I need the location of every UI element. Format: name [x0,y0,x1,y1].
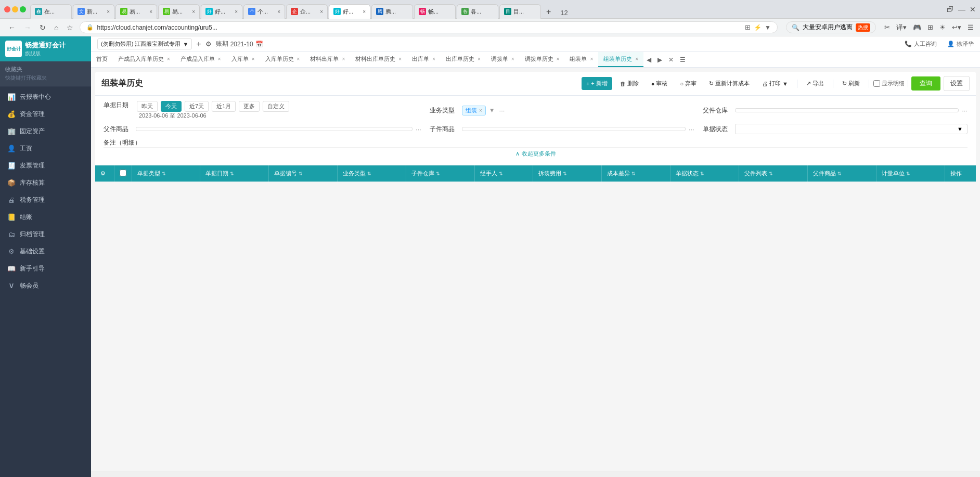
show-detail-checkbox[interactable] [873,80,880,87]
period-selector[interactable]: 账期 2021-10 📅 [216,40,263,48]
bottom-scrollbar[interactable] [91,471,980,477]
settings-button[interactable]: 设置 [944,76,970,91]
menu-icon[interactable]: ☰ [968,23,974,31]
undo-icon[interactable]: ↩▾ [952,23,961,31]
browser-tab-4[interactable]: 好 好... × [201,4,242,19]
tab-close-3[interactable]: × [192,9,195,15]
sidebar-favorites[interactable]: 收藏夹 快捷键打开收藏夹 [0,61,91,86]
child-goods-dots[interactable]: ··· [689,125,694,133]
browser-tab-0[interactable]: 在 在... [30,4,72,19]
page-tab-in[interactable]: 入库单 × [226,52,260,67]
tab-close-7[interactable]: × [363,9,366,15]
sidebar-item-inventory[interactable]: 📦 库存核算 [0,174,91,191]
page-tab-assembly-history[interactable]: 组装单历史 × [598,52,643,67]
th-checkbox[interactable] [114,165,132,182]
date-btn-yesterday[interactable]: 昨天 [137,101,158,112]
minimize-icon[interactable]: — [958,5,965,14]
tab-close-5[interactable]: × [277,9,280,15]
tab-close-produce-in[interactable]: × [218,56,221,62]
recalculate-button[interactable]: ↻ 重新计算成本 [704,77,754,90]
page-tab-produce-in-history[interactable]: 产成品入库单历史 × [113,52,175,67]
date-btn-custom[interactable]: 自定义 [263,101,289,112]
page-tab-assembly[interactable]: 组装单 × [564,52,598,67]
tab-prev-btn[interactable]: ◀ [643,54,654,66]
date-btn-7days[interactable]: 近7天 [185,101,209,112]
page-tab-out-history[interactable]: 出库单历史 × [441,52,486,67]
tab-close-material-out[interactable]: × [342,56,345,62]
th-bill-no[interactable]: 单据编号 ⇅ [269,165,338,182]
th-cost-diff[interactable]: 成本差异 ⇅ [602,165,670,182]
business-type-dots[interactable]: ··· [499,107,505,114]
sidebar-item-guide[interactable]: 📖 新手引导 [0,260,91,277]
forward-button[interactable]: → [22,22,33,33]
date-btn-1month[interactable]: 近1月 [212,101,236,112]
tab-close-6[interactable]: × [320,9,323,15]
page-tab-in-history[interactable]: 入库单历史 × [260,52,305,67]
tab-close-transfer[interactable]: × [511,56,514,62]
tab-next-btn[interactable]: ▶ [654,54,665,66]
close-icon[interactable]: ✕ [970,5,976,14]
collapse-more-btn[interactable]: ∧ 收起更多条件 [104,147,968,160]
scissors-icon[interactable]: ✂ [884,23,890,31]
reload-button[interactable]: ↻ [37,22,48,33]
tab-close-1[interactable]: × [107,9,110,15]
abandon-button[interactable]: ○ 弃审 [675,77,701,90]
sidebar-item-member[interactable]: V 畅会员 [0,277,91,294]
tab-close-out-history[interactable]: × [478,56,481,62]
tab-close-all-btn[interactable]: ✕ [665,54,677,66]
th-business-type[interactable]: 业务类型 ⇅ [337,165,406,182]
page-tab-material-out-history[interactable]: 材料出库单历史 × [350,52,407,67]
page-tab-transfer-history[interactable]: 调拨单历史 × [520,52,565,67]
th-parent-goods[interactable]: 父件商品 ⇅ [807,165,876,182]
child-goods-input[interactable] [462,127,686,131]
close-window-btn[interactable] [4,6,10,12]
show-detail-checkbox-label[interactable]: 显示明细 [873,80,905,87]
date-btn-today[interactable]: 今天 [161,101,182,112]
browser-tab-8[interactable]: 腾 腾... [371,4,413,19]
bill-status-select[interactable]: ▼ [735,124,968,134]
parent-warehouse-input[interactable] [735,108,959,112]
sidebar-item-finance[interactable]: 💰 资金管理 [0,106,91,123]
page-tab-home[interactable]: 首页 [91,52,113,67]
tab-close-in-history[interactable]: × [297,56,300,62]
business-type-tag-close[interactable]: × [479,108,482,113]
home-button[interactable]: ⌂ [52,22,60,33]
page-tab-out[interactable]: 出库单 × [407,52,441,67]
add-button[interactable]: + + 新增 [582,77,612,90]
th-unit[interactable]: 计量单位 ⇅ [876,165,945,182]
page-tab-transfer[interactable]: 调拨单 × [486,52,520,67]
tab-close-2[interactable]: × [149,9,152,15]
browser-tab-1[interactable]: 文 新... × [73,4,114,19]
th-bill-date[interactable]: 单据日期 ⇅ [200,165,269,182]
company-settings-icon[interactable]: ⚙ [205,40,212,48]
th-settings[interactable]: ⚙ [95,165,114,182]
review-button[interactable]: ● 审核 [647,77,673,90]
sidebar-item-invoice[interactable]: 🧾 发票管理 [0,157,91,174]
business-type-dropdown-icon[interactable]: ▼ [489,107,495,114]
browser-tab-11[interactable]: 目 目... [499,4,541,19]
back-button[interactable]: ← [6,22,18,33]
sidebar-item-reports[interactable]: 📊 云报表中心 [0,88,91,106]
tab-close-assembly-history[interactable]: × [635,56,638,62]
parent-warehouse-dots[interactable]: ··· [962,107,968,114]
tab-close-in[interactable]: × [252,56,255,62]
th-parent-list[interactable]: 父件列表 ⇅ [739,165,807,182]
browser-tab-10[interactable]: 各 各... [457,4,498,19]
date-btn-more[interactable]: 更多 [239,101,260,112]
th-bill-type[interactable]: 单据类型 ⇅ [132,165,200,182]
tab-more-btn[interactable]: ☰ [677,54,689,66]
sidebar-item-assets[interactable]: 🏢 固定资产 [0,123,91,140]
dropdown-icon[interactable]: ▼ [765,24,771,31]
apps-icon[interactable]: ⊞ [927,23,933,31]
page-tab-produce-in[interactable]: 产成品入库单 × [175,52,226,67]
th-handler[interactable]: 经手人 ⇅ [474,165,533,182]
browser-tab-3[interactable]: 易 易... × [158,4,200,19]
url-bar[interactable]: 🔒 https://cloud.chanjet.com/accounting/u… [80,21,778,33]
export-button[interactable]: ↗ 导出 [802,77,829,90]
search-bar[interactable]: 🔍 大量安卓用户逃离 热搜 [786,21,876,33]
browser-tab-9[interactable]: 畅 畅... [414,4,456,19]
query-button[interactable]: 查询 [911,76,940,91]
translate-icon[interactable]: 译▾ [896,23,907,32]
tab-count-badge[interactable]: 12 [556,7,572,19]
sidebar-item-closing[interactable]: 📒 结账 [0,209,91,226]
